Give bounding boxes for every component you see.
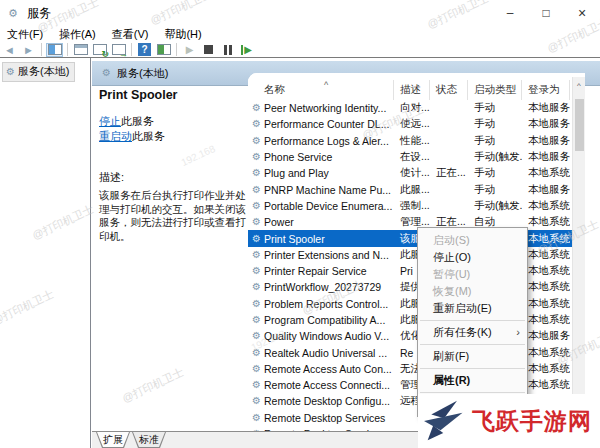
context-menu-item-1[interactable]: 停止(O) — [418, 249, 527, 266]
cell-name: ⚙PrintWorkflow_20273729 — [248, 279, 394, 295]
menu-item-1[interactable]: 操作(A) — [52, 27, 105, 42]
maximize-button[interactable]: □ — [528, 0, 564, 26]
selected-service-name: Print Spooler — [99, 88, 251, 102]
service-gear-icon: ⚙ — [252, 201, 261, 211]
cell-logon-as: 本地系统 — [522, 361, 570, 377]
extended-description-panel: Print Spooler 停止此服务 重启动此服务 描述: 该服务在后台执行打… — [99, 88, 251, 243]
cell-startup-type: 手动(触发... — [468, 198, 522, 214]
stop-service-link[interactable]: 停止 — [99, 115, 121, 127]
service-name: Realtek Audio Universal ... — [264, 347, 387, 359]
service-name: Remote Desktop Configu... — [264, 395, 390, 407]
forward-icon[interactable]: ► — [20, 43, 37, 57]
column-header-0[interactable]: 名称 — [248, 80, 394, 100]
service-description: 该服务在后台执行打印作业并处理与打印机的交互。如果关闭该服务，则无法进行打印或查… — [99, 189, 251, 243]
service-gear-icon: ⚙ — [252, 266, 261, 276]
cell-name: ⚙Program Compatibility A... — [248, 312, 394, 328]
site-logo: 飞跃手游网 — [418, 394, 600, 448]
table-row[interactable]: ⚙PNRP Machine Name Pu...此服...手动本地服务 — [248, 181, 572, 197]
table-row[interactable]: ⚙Performance Counter DL...使远...手动本地服务 — [248, 116, 572, 132]
pause-service-icon[interactable] — [219, 43, 236, 57]
toolbar-divider — [176, 43, 177, 56]
help-icon[interactable]: ? — [136, 43, 153, 57]
services-node-icon: ⚙ — [6, 67, 15, 77]
service-gear-icon: ⚙ — [252, 299, 261, 309]
scrollbar-thumb[interactable] — [575, 99, 584, 151]
start-service-icon[interactable]: ▶ — [181, 43, 198, 57]
context-menu-item-7[interactable]: 属性(R) — [418, 372, 527, 389]
service-name: Remote Access Auto Con... — [264, 363, 392, 375]
list-header: 名称描述状态启动类型登录为 — [248, 73, 585, 100]
menu-separator — [420, 392, 525, 393]
toolbar-divider — [41, 43, 42, 56]
service-name: PrintWorkflow_20273729 — [264, 281, 381, 293]
menu-separator — [420, 368, 525, 369]
vertical-scrollbar[interactable]: ^ — [572, 77, 585, 431]
export-list-icon[interactable]: → — [110, 43, 127, 57]
toolbar-divider — [131, 43, 132, 56]
cell-logon-as: 本地系统 — [522, 230, 570, 246]
cell-name: ⚙Plug and Play — [248, 165, 394, 181]
table-row[interactable]: ⚙Performance Logs & Aler...性能...手动本地服务 — [248, 133, 572, 149]
column-header-2[interactable]: 状态 — [430, 80, 468, 100]
cell-status — [430, 149, 468, 165]
context-menu-item-4[interactable]: 重新启动(E) — [418, 300, 527, 317]
cell-logon-as: 本地系统 — [522, 296, 570, 312]
service-gear-icon: ⚙ — [252, 364, 261, 374]
table-row[interactable]: ⚙Portable Device Enumera...强制...手动(触发...… — [248, 198, 572, 214]
site-logo-text: 飞跃手游网 — [472, 406, 592, 437]
cell-status — [430, 116, 468, 132]
service-gear-icon: ⚙ — [252, 119, 261, 129]
service-gear-icon: ⚙ — [252, 331, 261, 341]
cell-description: 性能... — [394, 133, 430, 149]
context-menu-item-6[interactable]: 刷新(F) — [418, 348, 527, 365]
tree-item-services-local[interactable]: ⚙ 服务(本地) — [2, 62, 75, 82]
service-gear-icon: ⚙ — [252, 136, 261, 146]
show-action-pane-icon[interactable] — [155, 43, 172, 57]
cell-status — [430, 133, 468, 149]
cell-startup-type: 手动 — [468, 165, 522, 181]
cell-status — [430, 100, 468, 116]
tab-standard[interactable]: 标准 — [132, 432, 166, 448]
cell-name: ⚙Problem Reports Control... — [248, 296, 394, 312]
title-bar: ⚙ 服务 – □ × — [0, 0, 600, 26]
table-row[interactable]: ⚙Phone Service在设...手动(触发...本地服务 — [248, 149, 572, 165]
menu-item-2[interactable]: 查看(V) — [105, 27, 158, 42]
cell-name: ⚙Power — [248, 214, 394, 230]
console-tree-panel: ⚙ 服务(本地) — [0, 58, 91, 448]
cell-logon-as: 本地系统 — [522, 377, 570, 393]
column-header-1[interactable]: 描述 — [394, 80, 430, 100]
show-console-tree-icon[interactable] — [46, 43, 63, 57]
menu-item-3[interactable]: 帮助(H) — [157, 27, 210, 42]
menu-item-0[interactable]: 文件(F) — [0, 27, 52, 42]
back-icon[interactable]: ◄ — [1, 43, 18, 57]
service-name: Portable Device Enumera... — [264, 200, 392, 212]
table-row[interactable]: ⚙Plug and Play使计...正在...手动本地系统 — [248, 165, 572, 181]
submenu-arrow-icon: › — [516, 324, 520, 341]
context-menu-item-5[interactable]: 所有任务(K)› — [418, 324, 527, 341]
service-name: Remote Desktop Services — [264, 412, 385, 424]
scroll-up-icon[interactable]: ^ — [573, 77, 585, 90]
menu-bar: 文件(F)操作(A)查看(V)帮助(H) — [0, 26, 600, 42]
cell-logon-as: 本地系统 — [522, 279, 570, 295]
restart-service-icon[interactable]: ▶ — [238, 43, 255, 57]
service-gear-icon: ⚙ — [252, 185, 261, 195]
refresh-icon[interactable]: ↻ — [91, 43, 108, 57]
service-gear-icon: ⚙ — [252, 152, 261, 162]
column-header-4[interactable]: 登录为 — [522, 80, 570, 100]
cell-name: ⚙Peer Networking Identity... — [248, 100, 394, 116]
column-header-3[interactable]: 启动类型 — [468, 80, 522, 100]
tab-extended[interactable]: 扩展 — [96, 432, 130, 448]
stop-service-icon[interactable] — [200, 43, 217, 57]
cell-logon-as: 本地系统 — [522, 214, 570, 230]
cell-description: 向对... — [394, 100, 430, 116]
minimize-button[interactable]: – — [492, 0, 528, 26]
close-button[interactable]: × — [564, 0, 600, 26]
table-row[interactable]: ⚙Peer Networking Identity...向对...手动本地服务 — [248, 100, 572, 116]
cell-description: 此服... — [394, 181, 430, 197]
cell-status: 正在... — [430, 165, 468, 181]
cell-logon-as: 本地服务 — [522, 133, 570, 149]
cell-startup-type: 手动 — [468, 100, 522, 116]
properties-icon[interactable] — [72, 43, 89, 57]
stop-service-link-line: 停止此服务 — [99, 114, 251, 129]
restart-service-link[interactable]: 重启动 — [99, 130, 132, 142]
